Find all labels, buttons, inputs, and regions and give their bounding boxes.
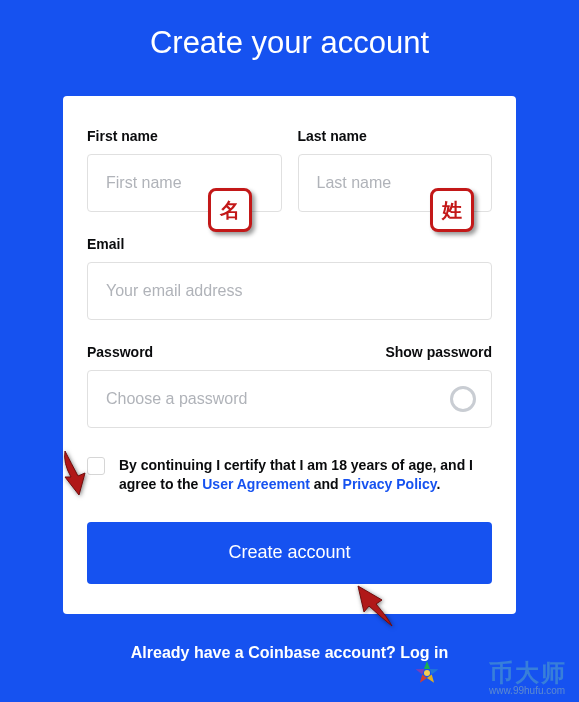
watermark: 币大师 www.99hufu.com (489, 661, 567, 696)
show-password-toggle[interactable]: Show password (385, 344, 492, 360)
create-account-button[interactable]: Create account (87, 522, 492, 584)
signup-form-card: First name 名 Last name 姓 Email Password … (63, 96, 516, 614)
first-name-label: First name (87, 128, 282, 144)
watermark-spinner-icon (412, 658, 442, 688)
first-name-input[interactable] (87, 154, 282, 212)
watermark-url: www.99hufu.com (489, 685, 567, 696)
privacy-policy-link[interactable]: Privacy Policy (343, 476, 437, 492)
page-title: Create your account (0, 0, 579, 96)
last-name-input[interactable] (298, 154, 493, 212)
email-label: Email (87, 236, 492, 252)
email-group: Email (87, 236, 492, 320)
last-name-group: Last name 姓 (298, 128, 493, 212)
watermark-text: 币大师 (489, 661, 567, 685)
email-input[interactable] (87, 262, 492, 320)
certify-row: By continuing I certify that I am 18 yea… (87, 456, 492, 494)
last-name-label: Last name (298, 128, 493, 144)
certify-checkbox[interactable] (87, 457, 105, 475)
password-input[interactable] (87, 370, 492, 428)
user-agreement-link[interactable]: User Agreement (202, 476, 310, 492)
password-strength-indicator-icon (450, 386, 476, 412)
svg-point-0 (424, 670, 430, 676)
first-name-group: First name 名 (87, 128, 282, 212)
password-group: Password Show password (87, 344, 492, 428)
certify-text: By continuing I certify that I am 18 yea… (119, 456, 492, 494)
password-label: Password (87, 344, 153, 360)
